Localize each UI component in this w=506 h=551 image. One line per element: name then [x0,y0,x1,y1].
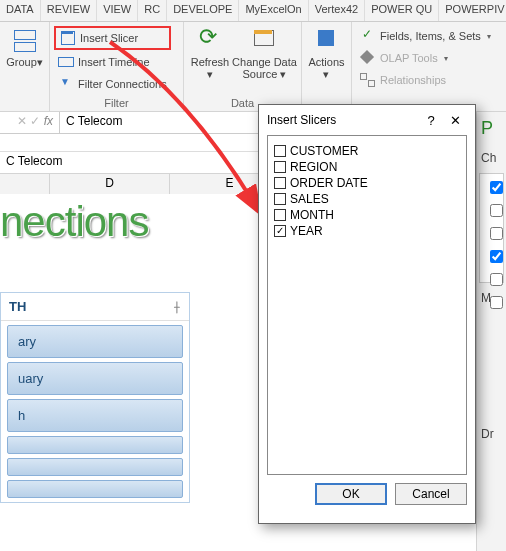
relationships-icon [360,72,376,88]
slicer-item[interactable]: ary [7,325,183,358]
actions-button[interactable]: Actions▾ [306,24,347,82]
filter-connections-button[interactable]: Filter Connections [54,74,171,94]
ribbon-group-filter: Insert Slicer Insert Timeline Filter Con… [50,22,184,111]
field-check[interactable] [490,181,503,194]
tab-review[interactable]: REVIEW [41,0,97,21]
tab-data[interactable]: DATA [0,0,41,21]
actions-icon [313,26,341,54]
relationships-label: Relationships [380,74,446,86]
field-label: REGION [290,160,337,174]
checkbox[interactable] [274,161,286,173]
cancel-button[interactable]: Cancel [395,483,467,505]
col-blank[interactable] [0,174,50,194]
sheet-slicer-title: TH [9,299,26,314]
insert-timeline-label: Insert Timeline [78,56,150,68]
change-source-label: Change Data Source [232,56,297,80]
field-list-panel: P Ch M Dr [476,112,506,551]
relationships-button: Relationships [356,70,495,90]
field-check[interactable] [490,273,503,286]
close-button[interactable]: ✕ [443,113,467,128]
field-month[interactable]: MONTH [274,208,460,222]
field-check[interactable] [490,227,503,240]
fx-label: ✕ ✓ fx [0,112,60,133]
clear-filter-icon[interactable]: ⟊ [173,299,181,314]
field-year[interactable]: YEAR [274,224,460,238]
field-label: ORDER DATE [290,176,368,190]
tab-powerpivot[interactable]: POWERPIV [439,0,506,21]
field-sales[interactable]: SALES [274,192,460,206]
dialog-field-list: CUSTOMER REGION ORDER DATE SALES MONTH Y… [267,135,467,475]
slicer-item[interactable]: h [7,399,183,432]
refresh-button[interactable]: Refresh▾ [188,24,232,82]
tab-vertex42[interactable]: Vertex42 [309,0,365,21]
dialog-buttons: OK Cancel [259,475,475,513]
olap-label: OLAP Tools [380,52,438,64]
checkbox[interactable] [274,193,286,205]
group-icon [11,26,39,54]
filter-connections-icon [58,76,74,92]
field-check[interactable] [490,204,503,217]
dialog-titlebar[interactable]: Insert Slicers ? ✕ [259,105,475,135]
slicer-item[interactable] [7,458,183,476]
sheet-slicer-header: TH ⟊ [1,293,189,321]
tab-powerquery[interactable]: POWER QU [365,0,439,21]
insert-timeline-button[interactable]: Insert Timeline [54,52,171,72]
filter-group-label: Filter [50,97,183,111]
slicer-item[interactable] [7,436,183,454]
slicer-icon [60,30,76,46]
tab-rc[interactable]: RC [138,0,167,21]
change-source-icon [250,26,278,54]
timeline-icon [58,54,74,70]
olap-tools-button: OLAP Tools▾ [356,48,495,68]
tab-developer[interactable]: DEVELOPE [167,0,239,21]
filter-connections-label: Filter Connections [78,78,167,90]
help-button[interactable]: ? [419,113,443,128]
field-label: SALES [290,192,329,206]
insert-slicers-dialog: Insert Slicers ? ✕ CUSTOMER REGION ORDER… [258,104,476,524]
ribbon-group-data: Refresh▾ Change Data Source ▾ Data [184,22,302,111]
insert-slicer-label: Insert Slicer [80,32,138,44]
field-check[interactable] [490,250,503,263]
checkbox[interactable] [274,209,286,221]
fields-icon [360,28,376,44]
tab-myexcelon[interactable]: MyExcelOn [239,0,308,21]
dialog-title: Insert Slicers [267,113,419,127]
sheet-slicer[interactable]: TH ⟊ ary uary h [0,292,190,503]
col-d[interactable]: D [50,174,170,194]
refresh-label: Refresh [191,56,230,68]
insert-slicer-button[interactable]: Insert Slicer [54,26,171,50]
fields-label: Fields, Items, & Sets [380,30,481,42]
slicer-item[interactable]: uary [7,362,183,395]
checkbox[interactable] [274,145,286,157]
field-region[interactable]: REGION [274,160,460,174]
panel-sub: Ch [477,145,506,171]
field-label: YEAR [290,224,323,238]
field-customer[interactable]: CUSTOMER [274,144,460,158]
change-data-source-button[interactable]: Change Data Source ▾ [232,24,297,82]
ribbon-tabs: DATA REVIEW VIEW RC DEVELOPE MyExcelOn V… [0,0,506,22]
field-check[interactable] [490,296,503,309]
ribbon: Group▾ Insert Slicer Insert Timeline Fil… [0,22,506,112]
ribbon-group-calc: Fields, Items, & Sets▾ OLAP Tools▾ Relat… [352,22,506,111]
refresh-icon [196,26,224,54]
fields-items-sets-button[interactable]: Fields, Items, & Sets▾ [356,26,495,46]
group-button[interactable]: Group▾ [4,24,45,70]
field-order-date[interactable]: ORDER DATE [274,176,460,190]
ribbon-group-actions: Actions▾ [302,22,352,111]
group-label: Group [6,56,37,68]
checkbox[interactable] [274,177,286,189]
tab-view[interactable]: VIEW [97,0,138,21]
group-group-label [0,97,49,111]
panel-title: P [477,112,506,145]
field-label: MONTH [290,208,334,222]
ok-button[interactable]: OK [315,483,387,505]
slicer-item[interactable] [7,480,183,498]
cell-value[interactable]: C Telecom [0,152,68,173]
olap-icon [360,50,376,66]
ribbon-group-group: Group▾ [0,22,50,111]
panel-drag: Dr [477,421,506,447]
checkbox-checked[interactable] [274,225,286,237]
actions-label: Actions [308,56,344,68]
field-label: CUSTOMER [290,144,358,158]
